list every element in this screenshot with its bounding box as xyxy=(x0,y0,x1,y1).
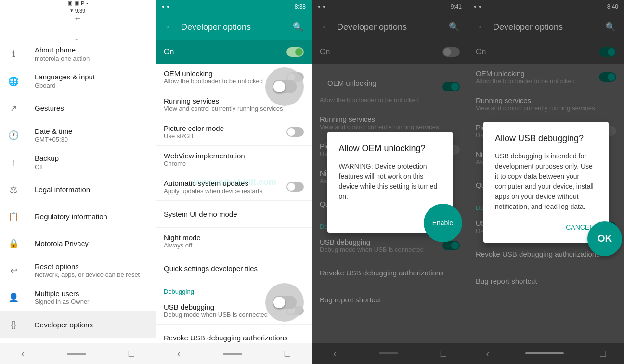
picture-subtitle: Use sRGB xyxy=(164,132,281,140)
dev-item-picture[interactable]: Picture color mode Use sRGB xyxy=(156,118,312,146)
usbdebug-subtitle: Debug mode when USB is connected xyxy=(164,311,281,318)
dev-on-row[interactable]: On xyxy=(156,40,312,64)
usb-dialog-actions: Cancel OK xyxy=(495,220,597,239)
reset-text: Reset options Network, apps, or device c… xyxy=(35,262,148,279)
enable-label: Enable xyxy=(432,219,454,227)
datetime-text: Date & time GMT+05:30 xyxy=(35,127,148,144)
webview-subtitle: Chrome xyxy=(164,160,304,167)
developer-options-panel: ▾ ▾ 8:38 ← Developer options 🔍 On OEM un… xyxy=(156,0,312,364)
autoupdate-toggle[interactable] xyxy=(286,182,304,192)
quicktiles-title: Quick settings developer tiles xyxy=(164,264,304,273)
languages-subtitle: Gboard xyxy=(35,82,148,90)
dev-on-toggle[interactable] xyxy=(286,47,304,57)
oem-dialog: Allow OEM unlocking? WARNING: Device pro… xyxy=(327,132,453,233)
motorola-text: Motorola Privacy xyxy=(35,239,148,248)
nightmode-subtitle: Always off xyxy=(164,242,304,249)
languages-text: Languages & input Gboard xyxy=(35,72,148,90)
settings-item-datetime[interactable]: 🕐 Date & time GMT+05:30 xyxy=(0,122,156,149)
status-icons-left: ▣ ▣ P • xyxy=(67,0,88,6)
dev-item-quicktiles[interactable]: Quick settings developer tiles xyxy=(156,255,312,282)
time-left: 9:39 xyxy=(75,8,85,13)
settings-item-regulatory[interactable]: 📋 Regulatory information xyxy=(0,203,156,230)
webview-title: WebView implementation xyxy=(164,152,304,160)
status-right-left: ▾ 9:39 xyxy=(70,7,85,13)
sim2-icon: ▣ xyxy=(74,0,79,6)
oem-dialog-body: WARNING: Device protection features will… xyxy=(339,161,441,202)
legal-title: Legal information xyxy=(35,185,148,195)
settings-list: ℹ About phone motorola one action 🌐 Lang… xyxy=(0,40,156,343)
usbdebug-title: USB debugging xyxy=(164,303,281,311)
status-bar-left: ▣ ▣ P • ▾ 9:39 xyxy=(0,0,156,13)
settings-item-legal[interactable]: ⚖ Legal information xyxy=(0,176,156,203)
picture-toggle[interactable] xyxy=(286,127,304,137)
large-oem-toggle-overlay xyxy=(265,67,304,106)
quicktiles-text: Quick settings developer tiles xyxy=(164,264,304,273)
settings-item-devopt[interactable]: {} Developer options xyxy=(0,311,156,338)
ok-label: OK xyxy=(598,233,612,244)
oem-text: OEM unlocking Allow the bootloader to be… xyxy=(164,69,281,85)
right-panel-2: ▾ ▾ 8:40 ← Developer options 🔍 On OEM un… xyxy=(468,0,624,364)
datetime-title: Date & time xyxy=(35,127,148,136)
status-left-middle: ▾ ▾ xyxy=(162,4,169,10)
usb-ok-btn[interactable]: OK xyxy=(587,221,622,256)
settings-item-reset[interactable]: ↩ Reset options Network, apps, or device… xyxy=(0,257,156,284)
recents-nav-middle[interactable]: □ xyxy=(285,348,290,359)
system-settings-panel: ▣ ▣ P • ▾ 9:39 ← System 🔍 ? ℹ About phon… xyxy=(0,0,156,364)
about-subtitle: motorola one action xyxy=(35,55,148,63)
webview-text: WebView implementation Chrome xyxy=(164,152,304,167)
toolbar-left: ← System 🔍 ? xyxy=(0,13,156,40)
revokeusb-title: Revoke USB debugging authorizations xyxy=(164,334,304,342)
recents-nav-left[interactable]: □ xyxy=(129,348,134,359)
home-indicator-middle xyxy=(223,353,242,355)
oem-subtitle: Allow the bootloader to be unlocked xyxy=(164,78,281,85)
settings-item-about[interactable]: ℹ About phone motorola one action xyxy=(0,40,156,67)
autoupdate-title: Automatic system updates xyxy=(164,179,281,187)
dev-item-nightmode[interactable]: Night mode Always off xyxy=(156,228,312,255)
multiusers-icon: 👤 xyxy=(8,292,19,303)
devopt-title: Developer options xyxy=(35,320,148,330)
large-usb-toggle[interactable] xyxy=(273,296,297,309)
settings-item-gestures[interactable]: ↗ Gestures xyxy=(0,95,156,122)
settings-item-backup[interactable]: ↑ Backup Off xyxy=(0,149,156,176)
large-oem-toggle[interactable] xyxy=(273,80,297,93)
back-button-middle[interactable]: ← xyxy=(164,21,175,33)
back-button-left[interactable]: ← xyxy=(72,13,84,24)
about-text: About phone motorola one action xyxy=(35,45,148,63)
multiusers-title: Multiple users xyxy=(35,289,148,299)
legal-text: Legal information xyxy=(35,185,148,195)
reset-title: Reset options xyxy=(35,262,148,272)
right-panel-1: ▾ ▾ 9:41 ← Developer options 🔍 On OEM un… xyxy=(312,0,468,364)
oem-enable-circle[interactable]: Enable xyxy=(424,204,462,242)
backup-text: Backup Off xyxy=(35,154,148,171)
about-icon: ℹ xyxy=(8,48,19,60)
wifi-icon: ▾ xyxy=(70,7,73,13)
dev-item-autoupdate[interactable]: Automatic system updates Apply updates w… xyxy=(156,173,312,201)
dialog-overlay-r2: Allow USB debugging? USB debugging is in… xyxy=(468,0,624,364)
toolbar-middle: ← Developer options 🔍 xyxy=(156,13,312,40)
dialog-overlay-r1: Allow OEM unlocking? WARNING: Device pro… xyxy=(312,0,468,364)
backup-subtitle: Off xyxy=(35,163,148,171)
dev-item-revokeusb[interactable]: Revoke USB debugging authorizations xyxy=(156,325,312,343)
back-nav-middle[interactable]: ‹ xyxy=(177,348,181,359)
nav-bar-left: ‹ □ xyxy=(0,343,156,364)
settings-item-motorola[interactable]: 🔒 Motorola Privacy xyxy=(0,230,156,257)
autoupdate-text: Automatic system updates Apply updates w… xyxy=(164,179,281,195)
dev-on-label: On xyxy=(164,48,286,56)
dev-item-webview[interactable]: WebView implementation Chrome xyxy=(156,146,312,173)
autoupdate-subtitle: Apply updates when device restarts xyxy=(164,187,281,195)
dev-item-uidemo[interactable]: System UI demo mode xyxy=(156,201,312,228)
signal-icon-m: ▾ xyxy=(167,4,169,10)
backup-title: Backup xyxy=(35,154,148,163)
home-indicator-left xyxy=(67,353,86,355)
reset-icon: ↩ xyxy=(8,265,19,276)
regulatory-title: Regulatory information xyxy=(35,212,148,221)
settings-item-languages[interactable]: 🌐 Languages & input Gboard xyxy=(0,67,156,94)
search-button-middle[interactable]: 🔍 xyxy=(292,21,304,33)
settings-item-multiusers[interactable]: 👤 Multiple users Signed in as Owner xyxy=(0,284,156,311)
nightmode-text: Night mode Always off xyxy=(164,234,304,249)
nightmode-title: Night mode xyxy=(164,234,304,242)
back-nav-left[interactable]: ‹ xyxy=(21,348,25,359)
wifi-icon-m: ▾ xyxy=(162,4,165,10)
settings-item-sysupdates[interactable]: 📱 System updates Updated to Android 9 xyxy=(0,338,156,343)
picture-toggle-container xyxy=(286,127,304,137)
